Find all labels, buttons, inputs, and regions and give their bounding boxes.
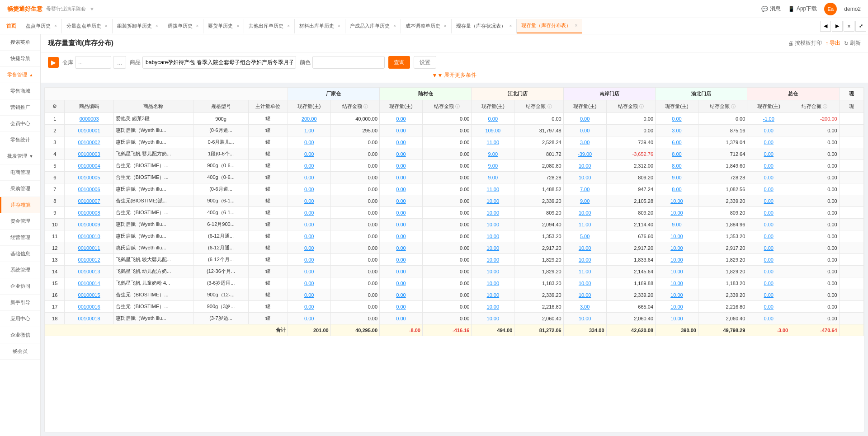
- cell-code[interactable]: 00100006: [65, 183, 113, 195]
- cell-total-qty[interactable]: 0.00: [747, 195, 790, 207]
- cell-nanan-qty[interactable]: 10.00: [563, 254, 606, 266]
- tab-close-all-btn[interactable]: ×: [844, 21, 854, 32]
- tab-qitachu[interactable]: 其他出库单历史 ×: [244, 19, 295, 33]
- sidebar-item-retail-stats[interactable]: 零售统计: [0, 132, 40, 148]
- sidebar-item-inventory[interactable]: 库存核算: [0, 197, 40, 213]
- cell-total-qty[interactable]: 0.00: [747, 266, 790, 277]
- cell-factory-qty[interactable]: 0.00: [288, 195, 330, 207]
- cell-jiangbei-qty[interactable]: 9.00: [472, 160, 514, 172]
- cell-code[interactable]: 00100018: [65, 313, 113, 324]
- query-btn[interactable]: 查询: [388, 56, 410, 69]
- sidebar-item-apps[interactable]: 应用中心: [0, 311, 40, 327]
- warehouse-more-btn[interactable]: ...: [113, 56, 126, 69]
- cell-jiangbei-qty[interactable]: 10.00: [472, 254, 514, 266]
- user-avatar[interactable]: Ea: [824, 3, 837, 15]
- cell-jiangbei-qty[interactable]: 10.00: [472, 313, 514, 324]
- cell-lucun-qty[interactable]: 0.00: [380, 183, 423, 195]
- cell-yubei-qty[interactable]: 10.00: [656, 242, 698, 254]
- cell-total-qty[interactable]: 0.00: [747, 207, 790, 219]
- close-icon[interactable]: ×: [444, 23, 447, 28]
- cell-yubei-qty[interactable]: 3.00: [656, 125, 698, 136]
- cell-yubei-qty[interactable]: 10.00: [656, 313, 698, 324]
- cell-yubei-qty[interactable]: 9.00: [656, 172, 698, 183]
- cell-total-qty[interactable]: 0.00: [747, 242, 790, 254]
- cell-jiangbei-qty[interactable]: 10.00: [472, 230, 514, 242]
- close-icon[interactable]: ×: [393, 23, 396, 28]
- cell-code[interactable]: 00100007: [65, 195, 113, 207]
- cell-code[interactable]: 00100005: [65, 172, 113, 183]
- sidebar-item-basic-info[interactable]: 基础信息: [0, 246, 40, 262]
- tab-diaob[interactable]: 调拨单历史 ×: [163, 19, 204, 33]
- tab-zuhe[interactable]: 组装拆卸单历史 ×: [113, 19, 163, 33]
- cell-total-qty[interactable]: 0.00: [747, 254, 790, 266]
- tab-home[interactable]: 首页: [2, 19, 21, 33]
- cell-factory-qty[interactable]: 0.00: [288, 254, 330, 266]
- cell-factory-qty[interactable]: 0.00: [288, 160, 330, 172]
- cell-yubei-qty[interactable]: 8.00: [656, 160, 698, 172]
- cell-jiangbei-qty[interactable]: 10.00: [472, 266, 514, 277]
- cell-factory-qty[interactable]: 0.00: [288, 301, 330, 313]
- sidebar-item-wholesale[interactable]: 批发管理 ▼: [0, 148, 40, 164]
- cell-yubei-qty[interactable]: 10.00: [656, 289, 698, 301]
- close-icon[interactable]: ×: [156, 23, 158, 28]
- cell-factory-qty[interactable]: 0.00: [288, 313, 330, 324]
- close-icon[interactable]: ×: [54, 23, 57, 28]
- filter-collapse-btn[interactable]: ▶: [48, 57, 59, 68]
- cell-lucun-qty[interactable]: 0.00: [380, 136, 423, 148]
- cell-factory-qty[interactable]: 0.00: [288, 277, 330, 289]
- cell-lucun-qty[interactable]: 0.00: [380, 230, 423, 242]
- cell-lucun-qty[interactable]: 0.00: [380, 254, 423, 266]
- cell-code[interactable]: 00100010: [65, 230, 113, 242]
- tab-fenpandian[interactable]: 分量盘点单历史 ×: [62, 19, 113, 33]
- cell-total-qty[interactable]: 0.00: [747, 289, 790, 301]
- cell-factory-qty[interactable]: 0.00: [288, 183, 330, 195]
- cell-lucun-qty[interactable]: 0.00: [380, 242, 423, 254]
- cell-nanan-qty[interactable]: 10.00: [563, 242, 606, 254]
- cell-factory-qty[interactable]: 0.00: [288, 289, 330, 301]
- app-download-btn[interactable]: 📱 App下载: [788, 5, 817, 13]
- cell-lucun-qty[interactable]: 0.00: [380, 195, 423, 207]
- cell-nanan-qty[interactable]: 0.00: [563, 125, 606, 136]
- cell-total-qty[interactable]: 0.00: [747, 148, 790, 160]
- cell-factory-qty[interactable]: 0.00: [288, 219, 330, 230]
- close-icon[interactable]: ×: [105, 23, 108, 28]
- warehouse-input[interactable]: [75, 56, 111, 69]
- cell-factory-qty[interactable]: 0.00: [288, 136, 330, 148]
- cell-lucun-qty[interactable]: 0.00: [380, 113, 423, 125]
- close-icon[interactable]: ×: [196, 23, 199, 28]
- tab-pandian[interactable]: 盘点单历史 ×: [21, 19, 62, 33]
- color-input[interactable]: [312, 56, 385, 69]
- cell-total-qty[interactable]: 0.00: [747, 277, 790, 289]
- cell-code[interactable]: 0000003: [65, 113, 113, 125]
- cell-jiangbei-qty[interactable]: 11.00: [472, 136, 514, 148]
- cell-total-qty[interactable]: 0.00: [747, 230, 790, 242]
- cell-nanan-qty[interactable]: 11.00: [563, 219, 606, 230]
- cell-total-qty[interactable]: 0.00: [747, 136, 790, 148]
- cell-yubei-qty[interactable]: 10.00: [656, 230, 698, 242]
- cell-yubei-qty[interactable]: 10.00: [656, 301, 698, 313]
- cell-nanan-qty[interactable]: 10.00: [563, 313, 606, 324]
- sidebar-item-operations[interactable]: 经营管理: [0, 230, 40, 246]
- expand-more-btn[interactable]: ▼▼ 展开更多条件: [432, 71, 477, 79]
- sidebar-item-member[interactable]: 会员中心: [0, 116, 40, 132]
- cell-factory-qty[interactable]: 1.00: [288, 125, 330, 136]
- close-icon[interactable]: ×: [287, 23, 290, 28]
- sidebar-item-quick-nav[interactable]: 快捷导航: [0, 51, 40, 67]
- cell-code[interactable]: 00100009: [65, 219, 113, 230]
- cell-yubei-qty[interactable]: 6.00: [656, 136, 698, 148]
- settings-btn[interactable]: 设置: [414, 56, 436, 69]
- dropdown-icon[interactable]: ▼: [90, 6, 94, 12]
- cell-code[interactable]: 00100004: [65, 160, 113, 172]
- cell-jiangbei-qty[interactable]: 9.00: [472, 172, 514, 183]
- cell-code[interactable]: 00100015: [65, 289, 113, 301]
- tab-prev-btn[interactable]: ◀: [820, 21, 831, 32]
- sidebar-item-retail-mgmt[interactable]: 零售管理 ▲: [0, 67, 40, 83]
- cell-code[interactable]: 00100014: [65, 277, 113, 289]
- cell-total-qty[interactable]: 0.00: [747, 125, 790, 136]
- cell-total-qty[interactable]: -1.00: [747, 113, 790, 125]
- sidebar-item-enterprise[interactable]: 企业协同: [0, 278, 40, 295]
- cell-yubei-qty[interactable]: 10.00: [656, 277, 698, 289]
- cell-jiangbei-qty[interactable]: 10.00: [472, 301, 514, 313]
- sidebar-item-ecommerce[interactable]: 电商管理: [0, 164, 40, 181]
- tab-kucun-status[interactable]: 现存量（库存状况表） ×: [452, 19, 517, 33]
